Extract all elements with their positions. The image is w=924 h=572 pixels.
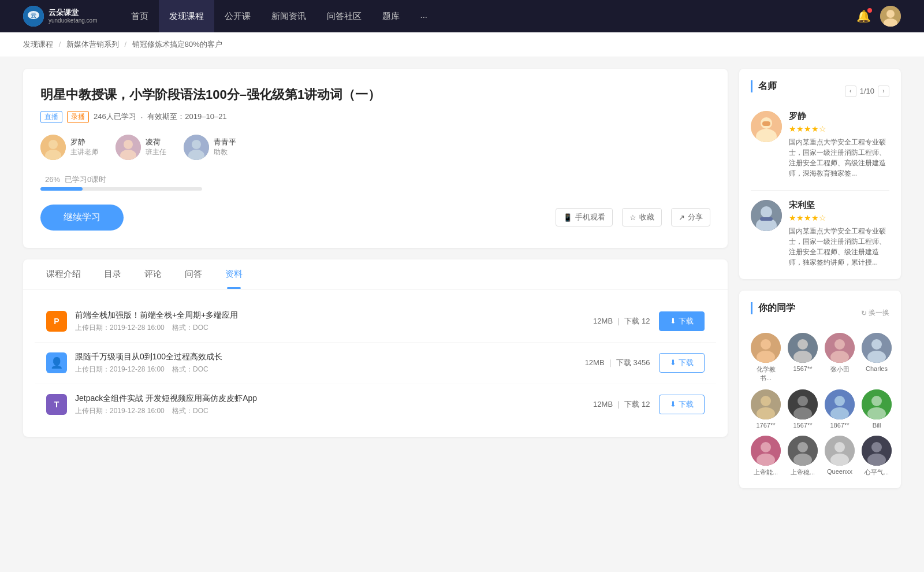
svg-point-10 [124,140,133,149]
student-2-name: 1567** [793,365,812,372]
download-button-2[interactable]: ⬇ 下载 [659,353,705,373]
student-7: 1867** [825,389,855,429]
tab-catalog[interactable]: 目录 [92,259,133,289]
next-page-btn[interactable]: › [878,86,889,97]
students-header: 你的同学 ↻ 换一换 [751,302,889,324]
student-1-avatar [751,333,781,363]
file-name-2: 跟随千万级项目从0到100全过程高效成长 [75,352,573,362]
student-3-avatar [825,333,855,363]
download-button-1[interactable]: ⬇ 下载 [659,311,705,331]
file-icon-3: T [46,394,67,415]
teacher-2-role: 班主任 [146,147,166,157]
sidebar-teacher-1-avatar [751,111,782,142]
teachers-list: 罗静 主讲老师 凌荷 班主任 [40,135,710,160]
svg-point-4 [886,10,895,18]
sidebar-teacher-1-name: 罗静 [789,111,889,122]
course-actions: 继续学习 📱 手机观看 ☆ 收藏 ↗ 分享 [40,205,710,231]
svg-point-7 [49,140,58,149]
breadcrumb-link-1[interactable]: 发现课程 [23,40,53,49]
content-right: 名师 ‹ 1/10 › [739,69,901,500]
valid-until: 有效期至：2019–10–21 [147,112,226,122]
download-button-3[interactable]: ⬇ 下载 [659,395,705,414]
teacher-1-avatar [40,135,66,160]
breadcrumb-sep-1: / [59,40,61,49]
nav-right: 🔔 [856,6,901,27]
svg-point-39 [798,396,808,406]
student-6: 1567** [788,389,818,429]
student-10-avatar [788,436,818,466]
teacher-1-role: 主讲老师 [70,147,98,157]
student-5-name: 1767** [756,422,775,429]
student-7-name: 1867** [830,422,849,429]
svg-point-46 [867,407,886,419]
teacher-3-role: 助教 [214,147,236,157]
tab-materials[interactable]: 资料 [214,259,254,289]
page-info: 1/10 [860,87,874,95]
refresh-icon: ↻ [861,309,867,317]
tab-review[interactable]: 评论 [133,259,173,289]
file-item-3: T Jetpack全组件实战 开发短视频应用高仿皮皮虾App 上传日期：2019… [35,384,716,425]
sidebar-teacher-2-stars: ★★★★☆ [789,213,889,222]
tabs-card: 课程介绍 目录 评论 问答 资料 P 前端全栈加强版！前端全栈+全周期+多端应用… [23,259,728,437]
student-12-avatar [862,436,892,466]
teacher-2-avatar [116,135,141,160]
progress-bar-fill [40,187,83,191]
breadcrumb-link-2[interactable]: 新媒体营销系列 [66,40,119,49]
teacher-1-name: 罗静 [70,137,98,147]
nav-home[interactable]: 首页 [121,0,159,32]
collect-button[interactable]: ☆ 收藏 [622,208,662,226]
nav-discover[interactable]: 发现课程 [159,0,214,32]
teacher-2-info: 凌荷 班主任 [146,137,166,157]
nav-qa[interactable]: 问答社区 [316,0,372,32]
teacher-1: 罗静 主讲老师 [40,135,98,160]
file-size-3: 12MB ｜ 下载 12 [593,399,650,410]
svg-point-48 [761,442,771,452]
continue-button[interactable]: 继续学习 [40,205,124,231]
course-meta: 直播 录播 246人已学习 · 有效期至：2019–10–21 [40,111,710,123]
nav-open[interactable]: 公开课 [214,0,261,32]
svg-point-58 [867,454,886,466]
svg-point-31 [830,351,849,363]
tab-qa[interactable]: 问答 [173,259,214,289]
students-sidebar-card: 你的同学 ↻ 换一换 化学教书... 15 [739,291,901,488]
share-button[interactable]: ↗ 分享 [671,208,710,226]
svg-text:云: 云 [31,12,36,18]
mobile-watch-button[interactable]: 📱 手机观看 [556,208,613,226]
file-sub-3: 上传日期：2019-12-28 16:00 格式：DOC [75,406,582,416]
student-9: 上帝能... [751,436,781,477]
file-details-3: Jetpack全组件实战 开发短视频应用高仿皮皮虾App 上传日期：2019-1… [75,393,582,416]
student-3: 张小田 [825,333,855,382]
svg-point-36 [761,396,771,406]
course-title: 明星中教授课，小学阶段语法100分–强化级第1讲动词（一） [40,86,710,104]
sidebar-teacher-1-desc: 国内某重点大学安全工程专业硕士，国家一级注册消防工程师、注册安全工程师、高级注册… [789,137,889,179]
sidebar-teacher-2-desc: 国内某重点大学安全工程专业硕士，国家一级注册消防工程师、注册安全工程师、级注册建… [789,226,889,268]
student-8: Bill [862,389,892,429]
student-4-avatar [862,333,892,363]
logo[interactable]: 云 云朵课堂 yunduoketang.com [23,6,98,27]
students-count: 246人已学习 [94,112,136,122]
file-right-2: 12MB ｜ 下载 3456 ⬇ 下载 [585,353,705,373]
svg-rect-22 [760,217,773,221]
user-avatar-nav[interactable] [880,6,901,27]
teachers-header: 名师 ‹ 1/10 › [751,80,889,102]
tab-intro[interactable]: 课程介绍 [35,259,92,289]
bell-icon[interactable]: 🔔 [856,9,871,23]
svg-point-49 [757,454,775,466]
nav-news[interactable]: 新闻资讯 [261,0,316,32]
nav-quiz[interactable]: 题库 [372,0,410,32]
teacher-3-avatar [184,135,209,160]
badge-live: 直播 [40,111,62,123]
student-10-name: 上帝稳... [791,468,815,477]
refresh-button[interactable]: ↻ 换一换 [861,308,889,318]
student-6-avatar [788,389,818,419]
students-sidebar-title: 你的同学 [751,302,795,314]
nav-items: 首页 发现课程 公开课 新闻资讯 问答社区 题库 ··· [121,0,856,32]
nav-more[interactable]: ··· [410,0,438,32]
badge-record: 录播 [67,111,89,123]
student-12-name: 心平气... [865,468,889,477]
file-details-2: 跟随千万级项目从0到100全过程高效成长 上传日期：2019-12-28 16:… [75,352,573,374]
teacher-3-info: 青青平 助教 [214,137,236,157]
prev-page-btn[interactable]: ‹ [845,86,856,97]
svg-point-43 [830,407,849,419]
student-9-name: 上帝能... [754,468,778,477]
